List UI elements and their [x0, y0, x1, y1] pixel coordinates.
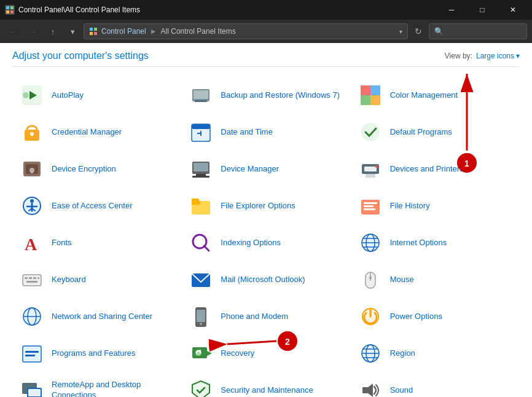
- item-icon: [358, 267, 383, 292]
- svg-rect-76: [197, 310, 205, 322]
- svg-text:A: A: [25, 235, 37, 254]
- list-item[interactable]: Mail (Microsoft Outlook): [181, 261, 350, 298]
- item-icon: [189, 120, 213, 144]
- svg-point-21: [30, 132, 34, 136]
- svg-rect-33: [196, 174, 206, 176]
- list-item[interactable]: Network and Sharing Center: [12, 298, 181, 335]
- item-label: Phone and Modem: [221, 312, 288, 322]
- svg-rect-5: [94, 28, 97, 31]
- list-item[interactable]: Programs and Features: [12, 335, 181, 372]
- address-field[interactable]: Control Panel ► All Control Panel Items …: [84, 23, 408, 39]
- svg-rect-15: [361, 85, 370, 95]
- svg-rect-2: [6, 10, 9, 14]
- forward-button[interactable]: →: [25, 23, 42, 40]
- view-by-control: View by: Large icons ▾: [445, 52, 520, 60]
- list-item[interactable]: Keyboard: [12, 261, 181, 298]
- item-icon: [20, 157, 44, 181]
- list-item[interactable]: AFonts: [12, 224, 181, 261]
- window-title: Control Panel\All Control Panel Items: [18, 6, 437, 14]
- svg-rect-61: [23, 275, 41, 286]
- breadcrumb-all-items: All Control Panel Items: [161, 27, 236, 36]
- item-label: Indexing Options: [221, 238, 281, 248]
- list-item[interactable]: Color Management: [351, 77, 520, 114]
- list-item[interactable]: File History: [351, 187, 520, 224]
- title-bar: Control Panel\All Control Panel Items ─ …: [0, 0, 532, 20]
- up-button[interactable]: ↑: [44, 23, 61, 40]
- list-item[interactable]: Ease of Access Center: [12, 187, 181, 224]
- recent-button[interactable]: ▾: [64, 23, 81, 40]
- page-title: Adjust your computer's settings: [12, 50, 149, 61]
- svg-point-77: [200, 323, 202, 325]
- svg-marker-84: [207, 351, 212, 356]
- list-item[interactable]: Credential Manager: [12, 114, 181, 151]
- refresh-button[interactable]: ↻: [410, 23, 426, 39]
- back-button[interactable]: ←: [5, 23, 22, 40]
- view-by-value-text: Large icons: [476, 52, 514, 60]
- list-item[interactable]: RemoteApp and Desktop Connections: [12, 372, 181, 397]
- item-icon: [358, 304, 383, 329]
- item-label: Credential Manager: [52, 127, 122, 138]
- item-icon: [189, 230, 213, 255]
- item-label: File History: [390, 201, 430, 211]
- svg-rect-49: [364, 202, 377, 204]
- list-item[interactable]: Power Options: [351, 298, 520, 335]
- svg-rect-30: [31, 170, 33, 173]
- view-by-dropdown[interactable]: Large icons ▾: [476, 52, 520, 60]
- list-item[interactable]: Backup and Restore (Windows 7): [181, 77, 350, 114]
- address-dropdown[interactable]: ▾: [399, 28, 402, 35]
- view-by-chevron: ▾: [516, 52, 520, 60]
- svg-rect-63: [29, 277, 32, 279]
- minimize-button[interactable]: ─: [437, 0, 466, 20]
- item-label: RemoteApp and Desktop Connections: [52, 380, 174, 397]
- list-item[interactable]: AutoPlay: [12, 77, 181, 114]
- list-item[interactable]: File Explorer Options: [181, 187, 350, 224]
- svg-rect-62: [25, 277, 28, 279]
- search-box[interactable]: 🔍: [429, 23, 527, 39]
- list-item[interactable]: Recovery: [181, 335, 350, 372]
- svg-point-26: [361, 123, 380, 141]
- list-item[interactable]: Mouse: [351, 261, 520, 298]
- list-item[interactable]: Device Encryption: [12, 151, 181, 187]
- search-icon: 🔍: [434, 27, 444, 36]
- list-item[interactable]: Region: [351, 335, 520, 372]
- address-bar: ← → ↑ ▾ Control Panel ► All Control Pane…: [0, 20, 532, 43]
- list-item[interactable]: Sound: [351, 372, 520, 397]
- list-item[interactable]: Date and Time: [181, 114, 350, 151]
- restore-button[interactable]: □: [468, 0, 496, 20]
- svg-rect-66: [26, 281, 37, 283]
- list-item[interactable]: Indexing Options: [181, 224, 350, 261]
- item-label: AutoPlay: [52, 90, 84, 101]
- close-button[interactable]: ✕: [499, 0, 527, 20]
- item-icon: [358, 83, 383, 108]
- item-label: Color Management: [390, 90, 458, 101]
- window-controls: ─ □ ✕: [437, 0, 527, 20]
- item-icon: [20, 267, 44, 292]
- item-label: Keyboard: [52, 275, 86, 285]
- list-item[interactable]: Devices and Printers: [351, 151, 520, 187]
- svg-point-40: [30, 199, 34, 203]
- svg-rect-23: [192, 124, 210, 129]
- svg-line-54: [204, 246, 209, 251]
- breadcrumb-control-panel[interactable]: Control Panel: [101, 27, 146, 36]
- item-label: Mail (Microsoft Outlook): [221, 275, 305, 285]
- list-item[interactable]: Internet Options: [351, 224, 520, 261]
- item-icon: A: [20, 230, 44, 255]
- svg-rect-37: [366, 174, 375, 178]
- item-icon: [189, 194, 213, 218]
- svg-rect-4: [90, 28, 93, 31]
- svg-rect-95: [28, 389, 41, 396]
- svg-rect-64: [33, 277, 36, 279]
- svg-rect-6: [90, 32, 93, 35]
- item-label: Default Programs: [390, 127, 452, 138]
- svg-rect-51: [364, 208, 375, 210]
- svg-rect-34: [192, 176, 209, 178]
- svg-rect-3: [10, 10, 14, 14]
- item-label: Internet Options: [390, 238, 447, 248]
- list-item[interactable]: Default Programs: [351, 114, 520, 151]
- svg-rect-0: [6, 6, 9, 9]
- list-item[interactable]: Phone and Modem: [181, 298, 350, 335]
- item-label: Security and Maintenance: [221, 385, 313, 396]
- main-content: Adjust your computer's settings View by:…: [0, 43, 532, 397]
- list-item[interactable]: Device Manager: [181, 151, 350, 187]
- list-item[interactable]: Security and Maintenance: [181, 372, 350, 397]
